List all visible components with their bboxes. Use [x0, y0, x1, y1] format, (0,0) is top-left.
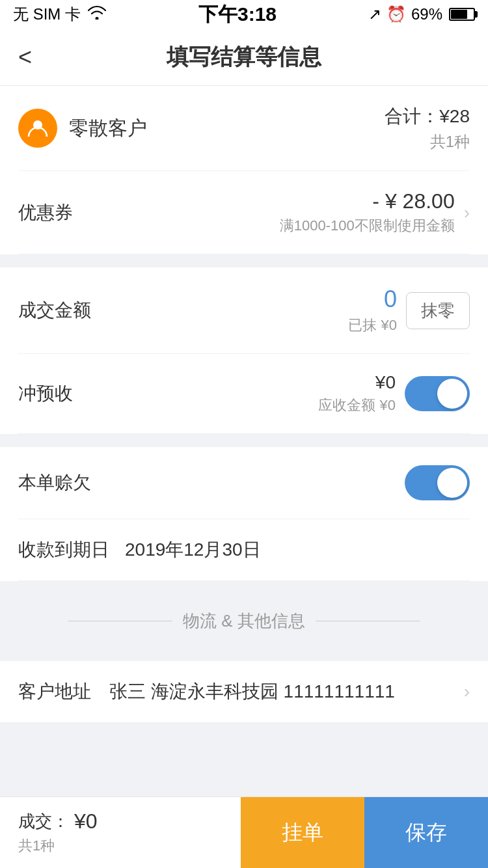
address-row[interactable]: 客户地址 张三 海淀永丰科技园 11111111111 › [18, 661, 470, 722]
battery-percent: 69% [411, 5, 442, 23]
address-label: 客户地址 [18, 679, 91, 704]
debt-label: 本单赊欠 [18, 470, 91, 495]
coupon-row[interactable]: 优惠券 - ¥ 28.00 满1000-100不限制使用金额 › [18, 171, 470, 254]
transaction-section: 成交金额 0 已抹 ¥0 抹零 冲预收 ¥0 应收金额 ¥0 [0, 267, 488, 434]
debt-right [405, 465, 470, 500]
debt-toggle[interactable] [405, 465, 470, 500]
toggle-knob-debt [437, 468, 467, 498]
status-right: ↗ ⏰ 69% [368, 5, 475, 23]
status-left: 无 SIM 卡 [13, 4, 107, 25]
transaction-detail: 0 已抹 ¥0 [348, 286, 397, 335]
debt-row: 本单赊欠 [18, 447, 470, 519]
coupon-detail: - ¥ 28.00 满1000-100不限制使用金额 [280, 189, 455, 236]
divider-3 [0, 581, 488, 594]
customer-avatar [18, 109, 57, 148]
coupon-section[interactable]: 优惠券 - ¥ 28.00 满1000-100不限制使用金额 › [0, 171, 488, 254]
header-line-left [68, 621, 172, 621]
chevron-right-icon: › [464, 202, 470, 223]
address-chevron-icon: › [464, 681, 470, 702]
coupon-label: 优惠券 [18, 200, 73, 225]
status-bar: 无 SIM 卡 下午3:18 ↗ ⏰ 69% [0, 0, 488, 29]
logistics-header: 物流 & 其他信息 [0, 594, 488, 648]
nav-bar: < 填写结算等信息 [0, 29, 488, 86]
divider-1 [0, 254, 488, 267]
save-button[interactable]: 保存 [364, 797, 488, 868]
transaction-row: 成交金额 0 已抹 ¥0 抹零 [18, 267, 470, 354]
wifi-icon [87, 5, 107, 23]
address-section[interactable]: 客户地址 张三 海淀永丰科技园 11111111111 › [0, 661, 488, 722]
transaction-value[interactable]: 0 [348, 286, 397, 313]
back-button[interactable]: < [18, 44, 32, 71]
debt-section: 本单赊欠 收款到期日 2019年12月30日 [0, 447, 488, 581]
customer-info: 零散客户 [18, 109, 147, 148]
customer-row: 零散客户 合计：¥28 共1种 [18, 86, 470, 171]
bottom-deal: 成交： ¥0 [18, 809, 223, 834]
logistics-title: 物流 & 其他信息 [183, 610, 305, 632]
round-button[interactable]: 抹零 [406, 292, 470, 329]
due-date-value: 2019年12月30日 [125, 537, 261, 562]
deal-amount: ¥0 [74, 809, 98, 834]
coupon-amount: - ¥ 28.00 [280, 189, 455, 213]
coupon-right: - ¥ 28.00 满1000-100不限制使用金额 › [280, 189, 470, 236]
pending-button[interactable]: 挂单 [241, 797, 364, 868]
battery-icon [449, 8, 475, 21]
transaction-right: 0 已抹 ¥0 抹零 [348, 286, 470, 335]
pre-collect-main: ¥0 [318, 372, 396, 393]
divider-2 [0, 434, 488, 447]
pre-collect-sub: 应收金额 ¥0 [318, 396, 396, 415]
pre-collect-row: 冲预收 ¥0 应收金额 ¥0 [18, 354, 470, 434]
transaction-sub: 已抹 ¥0 [348, 316, 397, 335]
toggle-knob [437, 379, 467, 409]
location-icon: ↗ [368, 5, 381, 23]
customer-total: 合计：¥28 共1种 [385, 104, 470, 152]
divider-4 [0, 648, 488, 661]
bottom-info: 成交： ¥0 共1种 [0, 797, 241, 868]
alarm-icon: ⏰ [386, 5, 406, 23]
pre-collect-toggle[interactable] [405, 376, 470, 411]
status-time: 下午3:18 [198, 1, 277, 28]
customer-section: 零散客户 合计：¥28 共1种 [0, 86, 488, 171]
page-title: 填写结算等信息 [167, 42, 321, 72]
total-count: 共1种 [385, 131, 470, 152]
pre-collect-label: 冲预收 [18, 381, 73, 406]
header-line-right [316, 621, 420, 621]
due-date-label: 收款到期日 [18, 537, 109, 562]
sim-text: 无 SIM 卡 [13, 4, 81, 25]
coupon-desc: 满1000-100不限制使用金额 [280, 216, 455, 236]
customer-name: 零散客户 [69, 115, 147, 142]
bottom-count: 共1种 [18, 836, 223, 856]
transaction-label: 成交金额 [18, 298, 91, 323]
address-value: 张三 海淀永丰科技园 11111111111 [109, 679, 464, 704]
deal-label: 成交： [18, 810, 69, 833]
bottom-bar: 成交： ¥0 共1种 挂单 保存 [0, 796, 488, 868]
due-date-row: 收款到期日 2019年12月30日 [18, 519, 470, 581]
save-label: 保存 [405, 819, 447, 847]
pre-collect-detail: ¥0 应收金额 ¥0 [318, 372, 396, 415]
pre-collect-right: ¥0 应收金额 ¥0 [318, 372, 470, 415]
total-amount: 合计：¥28 [385, 104, 470, 129]
pending-label: 挂单 [282, 819, 323, 847]
